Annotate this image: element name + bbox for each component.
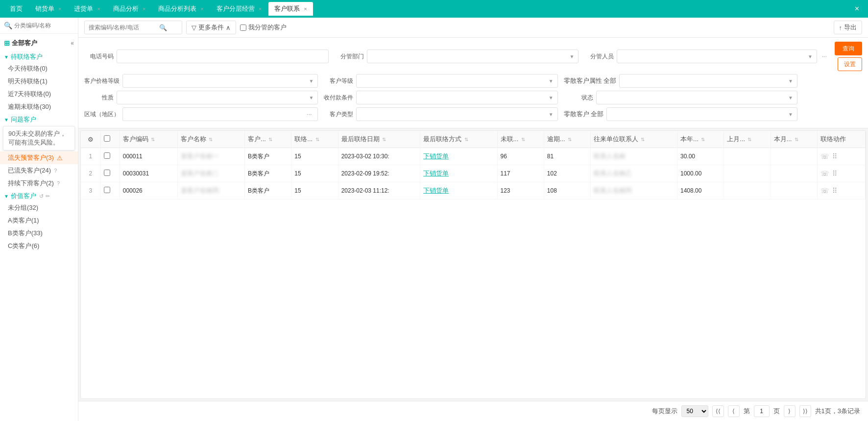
sidebar-item-class-a[interactable]: A类客户(1) <box>0 214 78 227</box>
close-tab-analysis-list[interactable]: × <box>200 6 203 12</box>
nav-tab-sales[interactable]: 销货单 × <box>29 2 67 16</box>
row-month-2 <box>771 165 817 182</box>
row-checkbox-3 <box>100 182 120 199</box>
method-link-3[interactable]: 下销货单 <box>423 187 449 194</box>
row-year-2: 1000.00 <box>677 165 724 182</box>
th-last-month[interactable]: 上月... ⇅ <box>724 131 771 148</box>
query-button[interactable]: 查询 <box>835 42 862 55</box>
phone-label: 电话号码 <box>84 52 114 61</box>
page-size-select[interactable]: 50 20 100 <box>681 405 708 417</box>
sidebar-group-value[interactable]: ▼ 价值客户 ↺ ✏ <box>0 190 78 201</box>
close-tab-analysis[interactable]: × <box>143 6 145 12</box>
contact-icon-3[interactable]: ☏ <box>820 187 829 195</box>
sidebar-item-churned[interactable]: 已流失客户(24) ? <box>0 164 78 177</box>
th-type[interactable]: 客户... ⇅ <box>245 131 291 148</box>
method-link-2[interactable]: 下销货单 <box>423 170 449 177</box>
status-select[interactable]: ▼ <box>596 91 797 104</box>
select-all-checkbox[interactable] <box>104 135 110 142</box>
phone-input[interactable] <box>117 50 329 63</box>
th-this-month[interactable]: 本月... ⇅ <box>771 131 817 148</box>
sidebar-all-customers[interactable]: ⊞ 全部客户 « <box>0 36 78 50</box>
contact-icon-1[interactable]: ☏ <box>820 152 829 160</box>
region-select[interactable]: ··· <box>122 107 318 121</box>
retail-customer-select[interactable]: ▼ <box>606 107 797 121</box>
top-nav: 首页 销货单 × 进货单 × 商品分析 × 商品分析列表 × 客户分层经营 × … <box>0 0 868 18</box>
th-checkbox <box>100 131 120 148</box>
customer-level-label: 客户等级 <box>324 77 353 85</box>
dept-select[interactable]: ▼ <box>367 50 579 63</box>
th-last-contact-date[interactable]: 最后联络日期 ⇅ <box>338 131 420 148</box>
more-action-icon-1[interactable]: ⠿ <box>832 152 837 160</box>
row-contact-3: 15 <box>291 182 338 199</box>
nav-tab-analysis[interactable]: 商品分析 × <box>107 2 151 16</box>
close-tab-customer-contact[interactable]: × <box>304 6 307 12</box>
page-number-input[interactable] <box>754 405 770 417</box>
nav-tab-purchase[interactable]: 进货单 × <box>68 2 106 16</box>
sidebar-search-input[interactable] <box>14 22 78 29</box>
close-tab-sales[interactable]: × <box>58 6 61 12</box>
row-year-3: 1408.00 <box>677 182 724 199</box>
search-input[interactable] <box>89 24 157 31</box>
nature-select[interactable]: ▼ <box>117 91 318 104</box>
customer-type-select[interactable]: ▼ <box>356 107 557 121</box>
collapse-icon[interactable]: « <box>71 40 74 47</box>
last-page-button[interactable]: ⟩⟩ <box>799 405 811 417</box>
next-page-button[interactable]: ⟩ <box>784 405 796 417</box>
manager-more-btn[interactable]: ··· <box>820 53 829 60</box>
close-tab-customer-layer[interactable]: × <box>259 6 262 12</box>
sidebar-item-class-b[interactable]: B类客户(33) <box>0 227 78 240</box>
more-action-icon-3[interactable]: ⠿ <box>832 187 837 195</box>
nav-tab-analysis-list[interactable]: 商品分析列表 × <box>152 2 209 16</box>
edit-icon[interactable]: ✏ <box>46 193 50 199</box>
nav-tab-customer-layer[interactable]: 客户分层经营 × <box>211 2 267 16</box>
th-code[interactable]: 客户编码 ⇅ <box>120 131 177 148</box>
sidebar-group-problem[interactable]: ▼ 问题客户 <box>0 113 78 125</box>
th-this-year[interactable]: 本年... ⇅ <box>677 131 724 148</box>
th-no-contact[interactable]: 未联... ⇅ <box>497 131 544 148</box>
sidebar-group-pending[interactable]: ▼ 待联络客户 <box>0 50 78 62</box>
search-submit-icon[interactable]: 🔍 <box>159 24 167 31</box>
sidebar-item-tomorrow-pending[interactable]: 明天待联络(1) <box>0 75 78 88</box>
window-close-button[interactable]: × <box>850 4 864 13</box>
retail-attr-select[interactable]: ▼ <box>619 74 797 88</box>
th-last-contact-method[interactable]: 最后联络方式 ⇅ <box>420 131 497 148</box>
settings-icon[interactable]: ⚙ <box>88 136 94 143</box>
method-link-1[interactable]: 下销货单 <box>423 152 449 160</box>
row-index-2: 2 <box>81 165 100 182</box>
th-name[interactable]: 客户名称 ⇅ <box>177 131 244 148</box>
row-select-2[interactable] <box>104 170 110 176</box>
price-level-select[interactable]: ▼ <box>122 74 318 88</box>
row-select-3[interactable] <box>104 187 110 193</box>
manager-select[interactable]: ▼ <box>617 50 817 63</box>
export-icon: ↑ <box>839 24 843 31</box>
more-action-icon-2[interactable]: ⠿ <box>832 170 837 177</box>
sidebar-item-declining[interactable]: 持续下滑客户(2) ? <box>0 177 78 190</box>
export-button[interactable]: ↑ 导出 <box>834 21 863 34</box>
sidebar-item-today-pending[interactable]: 今天待联络(0) <box>0 62 78 75</box>
first-page-button[interactable]: ⟨⟨ <box>712 405 724 417</box>
close-tab-purchase[interactable]: × <box>97 6 100 12</box>
more-conditions-button[interactable]: ▽ 更多条件 ∧ <box>186 21 236 34</box>
th-contact[interactable]: 联络... ⇅ <box>291 131 338 148</box>
th-overdue[interactable]: 逾期... ⇅ <box>544 131 590 148</box>
payment-select[interactable]: ▼ <box>356 91 557 104</box>
filter-icon: ▽ <box>192 24 196 31</box>
refresh-icon[interactable]: ↺ <box>39 193 44 199</box>
sidebar-item-7days-pending[interactable]: 近7天待联络(0) <box>0 88 78 100</box>
region-more-btn[interactable]: ··· <box>305 111 313 118</box>
my-customers-checkbox-label[interactable]: 我分管的客户 <box>240 23 287 32</box>
customer-level-select[interactable]: ▼ <box>356 74 557 88</box>
nav-tab-customer-contact[interactable]: 客户联系 × <box>268 2 313 16</box>
row-select-1[interactable] <box>104 152 110 159</box>
my-customers-checkbox[interactable] <box>240 25 246 31</box>
prev-page-button[interactable]: ⟨ <box>728 405 740 417</box>
settings-button[interactable]: 设置 <box>838 57 862 71</box>
sidebar-item-class-c[interactable]: C类客户(6) <box>0 240 78 252</box>
sidebar-item-ungrouped[interactable]: 未分组(32) <box>0 201 78 214</box>
sidebar-item-overdue-pending[interactable]: 逾期未联络(30) <box>0 100 78 113</box>
data-table: ⚙ 客户编码 ⇅ 客户名称 ⇅ <box>81 131 866 199</box>
sidebar-item-churn-warning[interactable]: 流失预警客户(3) ⚠ <box>0 151 78 164</box>
contact-icon-2[interactable]: ☏ <box>820 170 829 177</box>
th-contact-person[interactable]: 往来单位联系人 ⇅ <box>591 131 677 148</box>
nav-tab-home[interactable]: 首页 <box>4 2 28 16</box>
